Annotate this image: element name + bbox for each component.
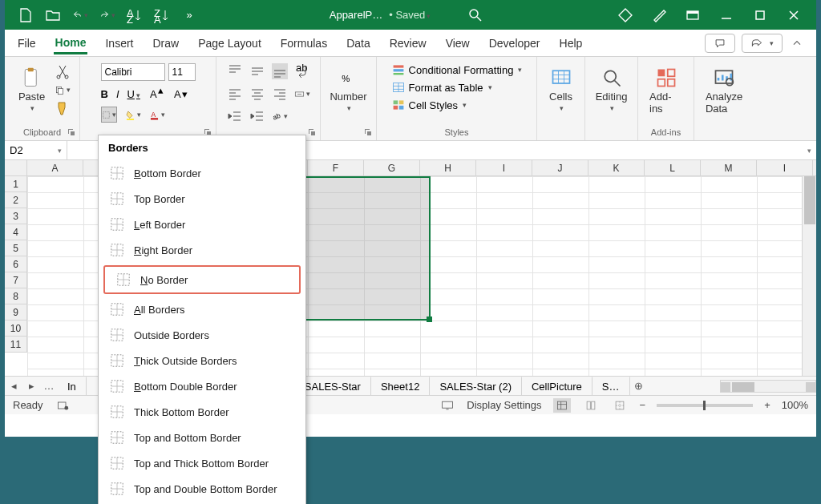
comments-button[interactable] — [705, 34, 735, 53]
sort-desc-icon[interactable]: ZA — [154, 7, 170, 23]
align-right-icon[interactable] — [272, 86, 288, 102]
align-center-icon[interactable] — [249, 86, 265, 102]
sheet-tab[interactable]: In — [58, 377, 87, 395]
merge-icon[interactable] — [294, 86, 310, 102]
increase-font-icon[interactable]: A▴ — [148, 86, 164, 102]
tab-formulas[interactable]: Formulas — [279, 32, 329, 54]
cell-styles-button[interactable]: Cell Styles — [391, 99, 467, 111]
cut-icon[interactable] — [55, 63, 71, 79]
undo-icon[interactable] — [72, 7, 88, 23]
column-header[interactable]: H — [420, 160, 476, 175]
alignment-launcher-icon[interactable] — [307, 127, 317, 137]
name-box[interactable]: D2▾ — [5, 141, 67, 159]
tab-developer[interactable]: Developer — [487, 32, 542, 54]
borders-menu-item[interactable]: Outside Borders — [99, 322, 305, 348]
tab-data[interactable]: Data — [345, 32, 372, 54]
zoom-level[interactable]: 100% — [782, 399, 808, 411]
column-header[interactable]: F — [308, 160, 364, 175]
sheet-tab[interactable]: Sheet12 — [371, 377, 430, 395]
search-icon[interactable] — [467, 7, 483, 23]
analyze-data-button[interactable]: Analyze Data — [701, 63, 747, 118]
row-header[interactable]: 5 — [5, 240, 26, 256]
vertical-scrollbar[interactable] — [802, 176, 816, 376]
new-file-icon[interactable] — [18, 7, 34, 23]
diamond-icon[interactable] — [617, 7, 633, 23]
clipboard-launcher-icon[interactable] — [67, 127, 76, 137]
tab-help[interactable]: Help — [558, 32, 584, 54]
decrease-indent-icon[interactable] — [227, 108, 243, 124]
borders-menu-item[interactable]: All Borders — [99, 296, 305, 322]
format-painter-icon[interactable] — [55, 100, 71, 116]
share-button[interactable] — [742, 34, 783, 53]
decrease-font-icon[interactable]: A▾ — [172, 86, 188, 102]
row-header[interactable]: 7 — [5, 272, 26, 288]
sort-asc-icon[interactable]: AZ — [127, 7, 143, 23]
align-middle-icon[interactable] — [249, 63, 265, 79]
number-format-button[interactable]: % Number — [325, 63, 371, 115]
copy-icon[interactable] — [55, 82, 71, 98]
borders-menu-item[interactable]: Top and Bottom Border — [99, 425, 305, 450]
row-header[interactable]: 6 — [5, 256, 26, 272]
wrap-text-icon[interactable]: ab — [294, 63, 310, 79]
column-header[interactable]: L — [645, 160, 701, 175]
cells-button[interactable]: Cells — [544, 63, 577, 115]
borders-menu-item[interactable]: Thick Outside Borders — [99, 348, 305, 373]
macro-record-icon[interactable] — [55, 397, 71, 413]
row-header[interactable]: 2 — [5, 192, 26, 208]
column-header[interactable]: J — [532, 160, 588, 175]
row-header[interactable]: 1 — [5, 176, 26, 192]
borders-menu-item[interactable]: Top and Double Bottom Border — [99, 476, 305, 502]
fill-handle[interactable] — [427, 317, 432, 322]
borders-button[interactable] — [101, 107, 117, 123]
view-page-break-icon[interactable] — [611, 398, 629, 413]
view-page-layout-icon[interactable] — [582, 398, 600, 413]
column-header[interactable]: I — [476, 160, 532, 175]
align-top-icon[interactable] — [227, 63, 243, 79]
fill-color-button[interactable] — [125, 107, 141, 123]
tab-page-layout[interactable]: Page Layout — [196, 32, 263, 54]
row-header[interactable]: 11 — [5, 337, 26, 353]
sheet-tab[interactable]: SALES-Star — [295, 377, 371, 395]
select-all-corner[interactable] — [5, 160, 27, 176]
conditional-formatting-button[interactable]: Conditional Formatting — [391, 63, 523, 76]
font-name-select[interactable] — [101, 63, 165, 81]
column-header[interactable]: A — [27, 160, 83, 175]
orientation-icon[interactable]: ab — [272, 108, 288, 124]
tab-draw[interactable]: Draw — [151, 32, 180, 54]
row-header[interactable]: 9 — [5, 304, 26, 321]
increase-indent-icon[interactable] — [249, 108, 265, 124]
collapse-ribbon-icon[interactable] — [789, 35, 805, 51]
tab-review[interactable]: Review — [388, 32, 428, 54]
number-launcher-icon[interactable] — [363, 127, 373, 137]
align-left-icon[interactable] — [227, 86, 243, 102]
font-color-button[interactable]: A — [149, 107, 165, 123]
paste-button[interactable]: Paste — [14, 63, 50, 115]
addins-button[interactable]: Add-ins — [645, 63, 687, 118]
sheet-tab[interactable]: SALES-Star (2) — [430, 377, 522, 395]
column-header[interactable]: K — [588, 160, 645, 175]
editing-button[interactable]: Editing — [591, 63, 633, 115]
zoom-in-button[interactable]: + — [764, 399, 770, 411]
align-bottom-icon[interactable] — [272, 63, 288, 79]
column-header[interactable]: M — [701, 160, 757, 175]
redo-icon[interactable] — [99, 7, 115, 23]
borders-menu-item[interactable]: No Border — [103, 265, 301, 294]
row-header[interactable]: 8 — [5, 288, 26, 304]
minimize-icon[interactable] — [718, 7, 734, 23]
format-as-table-button[interactable]: Format as Table — [391, 81, 492, 94]
column-header[interactable]: G — [364, 160, 420, 175]
underline-button[interactable]: U — [127, 88, 140, 100]
tab-insert[interactable]: Insert — [103, 32, 135, 54]
view-normal-icon[interactable] — [553, 398, 571, 413]
sheet-tab[interactable]: S… — [592, 377, 630, 395]
font-size-select[interactable] — [168, 63, 196, 81]
borders-menu-item[interactable]: Top and Thick Bottom Border — [99, 450, 305, 476]
borders-menu-item[interactable]: Thick Bottom Border — [99, 399, 305, 425]
horizontal-scrollbar[interactable] — [720, 380, 816, 393]
row-headers[interactable]: 1234567891011 — [5, 176, 27, 353]
borders-menu-item[interactable]: Right Border — [99, 237, 305, 263]
qat-overflow-icon[interactable]: » — [181, 7, 197, 23]
new-sheet-button[interactable]: ⊕ — [630, 380, 648, 392]
borders-menu-item[interactable]: Left Border — [99, 212, 305, 237]
italic-button[interactable]: I — [116, 88, 119, 100]
